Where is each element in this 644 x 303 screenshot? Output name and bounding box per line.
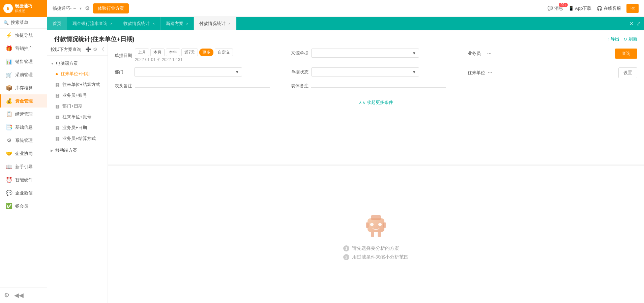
empty-robot-icon — [359, 208, 393, 242]
nav-label-finance: 资金管理 — [15, 98, 33, 104]
logo-title: 畅捷通巧 — [15, 3, 32, 9]
svg-point-3 — [378, 223, 382, 226]
nav-label-system: 系统管理 — [15, 138, 33, 144]
date-btn-近7天[interactable]: 近7天 — [181, 49, 198, 56]
pc-scheme-group-header[interactable]: ▼ 电脑端方案 — [47, 58, 108, 68]
sidebar-item-operation[interactable]: 📋经营管理 — [0, 108, 47, 121]
sidebar-item-member[interactable]: ✅畅会员 — [0, 200, 47, 213]
tab-actions: ✕ ⤢ — [629, 21, 644, 27]
scheme-label-unit-account: 往来单位+账号 — [62, 114, 91, 120]
online-service-btn[interactable]: 🎧 在线客服 — [597, 5, 621, 11]
tab-home[interactable]: 首页 — [47, 17, 67, 30]
tab-label-receipt: 收款情况统计 — [123, 21, 150, 27]
sales-icon: 📊 — [6, 58, 12, 65]
tip-text-1: 请先选择要分析的方案 — [352, 245, 399, 251]
date-label: 单据日期 — [115, 53, 132, 59]
tab-new-scheme[interactable]: 新建方案× — [160, 17, 194, 30]
date-range: 2022-01-01 至 2022-12-31 — [135, 57, 233, 63]
close-tab-receipt-icon[interactable]: × — [152, 22, 154, 26]
tab-receipt[interactable]: 收款情况统计× — [118, 17, 160, 30]
refresh-btn[interactable]: ↻ 刷新 — [623, 36, 637, 42]
scheme-item-dept-date[interactable]: ▦部门+日期 — [47, 101, 108, 112]
scheme-toolbar: 按以下方案查询 ➕ ⚙ 《 — [47, 47, 108, 56]
sidebar-item-enterprise[interactable]: 🤝企业协同 — [0, 147, 47, 160]
sidebar-item-inventory[interactable]: 📦库存核算 — [0, 81, 47, 94]
sidebar-item-wechat[interactable]: 💬企业微信 — [0, 186, 47, 200]
tab-bank[interactable]: 现金银行流水查询× — [67, 17, 118, 30]
mobile-scheme-group-header[interactable]: ▶ 移动端方案 — [47, 145, 108, 155]
date-btn-本年[interactable]: 本年 — [166, 49, 180, 56]
add-scheme-icon[interactable]: ➕ — [85, 47, 91, 53]
source-filter: 来源单据 ▾ — [291, 49, 461, 58]
marketing-icon: 🎁 — [6, 45, 12, 52]
mobile-scheme-group: ▶ 移动端方案 — [47, 145, 108, 155]
app-download-btn[interactable]: 📱 App下载 — [568, 5, 591, 11]
unit-label: 往来单位 — [468, 70, 485, 76]
expand-icon[interactable]: ⤢ — [636, 21, 641, 27]
close-tab-new-scheme-icon[interactable]: × — [186, 22, 188, 26]
date-btn-更多[interactable]: 更多 — [199, 49, 213, 56]
dept-select[interactable]: ▾ — [134, 67, 242, 77]
sidebar-item-quick-nav[interactable]: ⚡快捷导航 — [0, 29, 47, 42]
query-btn[interactable]: 查询 — [615, 49, 637, 59]
date-btn-自定义[interactable]: 自定义 — [215, 49, 233, 56]
filter-area: 单据日期 上月本月本年近7天更多自定义 2022-01-01 至 2022-12… — [108, 43, 644, 164]
sidebar-item-purchase[interactable]: 🛒采购管理 — [0, 68, 47, 81]
scheme-item-unit-account[interactable]: ▦往来单位+账号 — [47, 112, 108, 122]
message-btn[interactable]: 💬 消息 99+ — [548, 5, 563, 11]
close-tab-icon[interactable]: ✕ — [629, 21, 634, 27]
sidebar-item-basic[interactable]: 📑基础信息 — [0, 121, 47, 134]
close-tab-bank-icon[interactable]: × — [110, 22, 112, 26]
chevron-down-icon[interactable]: ▾ — [80, 6, 82, 11]
breadcrumb: 畅捷通巧····· — [53, 5, 76, 11]
basic-icon: 📑 — [6, 124, 12, 130]
sidebar-item-guide[interactable]: 📖新手引导 — [0, 160, 47, 173]
table-header-note-filter: 表头备注 — [115, 83, 284, 89]
close-tab-payment-icon[interactable]: × — [228, 22, 230, 26]
search-menu[interactable]: 🔍 搜索菜单 — [0, 17, 47, 29]
status-select[interactable]: ▾ — [311, 67, 419, 77]
trial-btn[interactable]: 体验行业方案 — [93, 3, 129, 13]
sidebar-item-hardware[interactable]: ⏰智能硬件 — [0, 173, 47, 186]
settings-scheme-icon[interactable]: ⚙ — [93, 47, 97, 53]
export-label: 导出 — [611, 36, 619, 42]
sidebar-item-system[interactable]: ⚙系统管理 — [0, 134, 47, 147]
nav-label-sales: 销售管理 — [15, 59, 33, 65]
source-select[interactable]: ▾ — [311, 49, 419, 58]
nav-label-member: 畅会员 — [15, 203, 28, 209]
staff-label: 业务员 — [468, 51, 485, 57]
settings-icon[interactable]: ⚙ — [3, 290, 11, 300]
staff-filter: 业务员 ··· 查询 — [468, 49, 637, 59]
staff-dots-btn[interactable]: ··· — [487, 51, 492, 57]
date-btn-上月[interactable]: 上月 — [135, 49, 149, 56]
unit-dots-btn[interactable]: ··· — [488, 70, 492, 76]
scheme-item-unit-settle[interactable]: ▦往来单位+结算方式 — [47, 79, 108, 90]
scheme-item-staff-account[interactable]: ▦业务员+账号 — [47, 90, 108, 101]
status-filter: 单据状态 ▾ — [291, 67, 461, 77]
table-body-note-input[interactable] — [311, 85, 446, 88]
header-settings-icon[interactable]: ⚙ — [85, 5, 90, 11]
scheme-item-unit-date[interactable]: ●往来单位+日期 — [47, 68, 108, 79]
scheme-item-staff-date[interactable]: ▦业务员+日期 — [47, 122, 108, 133]
top-header: 畅捷通巧····· ▾ ⚙ 体验行业方案 💬 消息 99+ 📱 App下载 🎧 … — [47, 0, 644, 17]
avatar[interactable]: Rit — [626, 4, 639, 13]
collapse-sidebar-icon[interactable]: ◀◀ — [13, 290, 25, 300]
sidebar-item-marketing[interactable]: 🎁营销推广 — [0, 42, 47, 55]
staff-account-icon: ▦ — [55, 93, 60, 98]
sidebar-item-sales[interactable]: 📊销售管理 — [0, 55, 47, 68]
collapse-scheme-icon[interactable]: 《 — [99, 47, 104, 53]
content-area: 付款情况统计(往来单位+日期) ↑ 导出 ↻ 刷新 按以下方案查询 ➕ — [47, 30, 644, 303]
scheme-toolbar-label: 按以下方案查询 — [51, 47, 81, 53]
dept-label: 部门 — [115, 69, 131, 75]
table-header-note-input[interactable] — [135, 85, 270, 88]
collapse-btn[interactable]: ∧∧ 收起更多条件 — [359, 97, 393, 108]
tab-label-payment: 付款情况统计 — [199, 21, 226, 27]
svg-rect-4 — [366, 222, 369, 228]
settings-btn[interactable]: 设置 — [618, 67, 637, 78]
sidebar-item-finance[interactable]: 💰资金管理 — [0, 94, 47, 108]
date-btn-本月[interactable]: 本月 — [150, 49, 165, 56]
export-btn[interactable]: ↑ 导出 — [607, 36, 620, 42]
tab-payment[interactable]: 付款情况统计× — [194, 17, 236, 30]
logo-icon: 6 — [3, 4, 13, 13]
scheme-item-staff-settle[interactable]: ▦业务员+结算方式 — [47, 133, 108, 144]
